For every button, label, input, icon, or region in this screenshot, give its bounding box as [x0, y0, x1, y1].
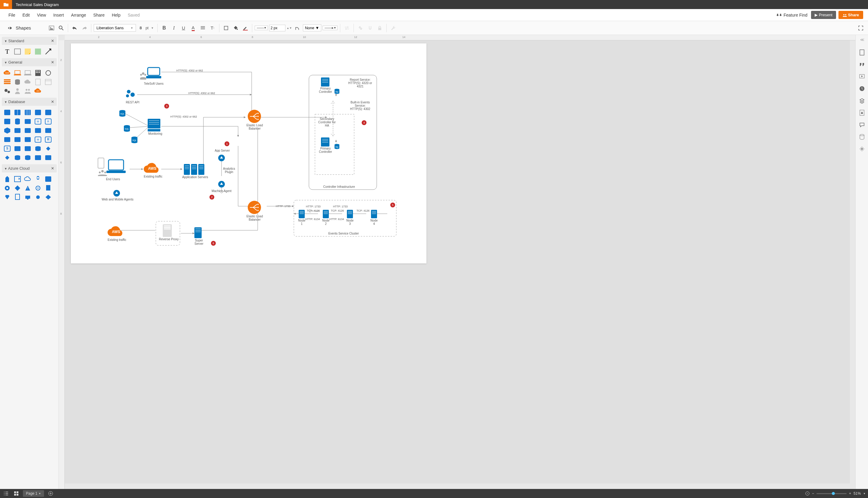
font-select[interactable]: Liberation Sans▼	[94, 24, 136, 32]
shape-db7[interactable]	[13, 118, 22, 125]
shape-az10[interactable]	[44, 184, 52, 192]
font-size-input[interactable]: 8	[137, 26, 144, 30]
menu-edit[interactable]: Edit	[19, 13, 34, 17]
bold-icon[interactable]: B	[160, 24, 169, 32]
shape-note-yellow[interactable]	[24, 48, 32, 55]
node-elb2[interactable]	[247, 200, 262, 216]
shape-db21[interactable]: S	[3, 145, 12, 152]
present-button[interactable]: ▶ Present	[811, 11, 836, 19]
rail-layers-icon[interactable]	[858, 97, 866, 104]
menu-view[interactable]: View	[34, 13, 50, 17]
shape-db12[interactable]	[13, 127, 22, 134]
shape-rect[interactable]	[13, 48, 22, 55]
node-n4[interactable]	[371, 210, 377, 220]
node-webmobile[interactable]	[113, 189, 120, 198]
rail-present-icon[interactable]	[858, 73, 866, 80]
wrench-icon[interactable]	[389, 24, 398, 32]
document-title[interactable]: Technical Sales Diagram	[12, 2, 59, 7]
feature-find[interactable]: Feature Find	[776, 13, 807, 17]
shape-laptop-gray[interactable]	[24, 69, 32, 77]
menu-share[interactable]: Share	[90, 13, 108, 17]
panel-database[interactable]: ▼ Database✕	[2, 98, 57, 106]
shape-laptop-orange[interactable]	[13, 69, 22, 77]
shape-db29[interactable]	[34, 154, 42, 161]
collapse-rail-icon[interactable]: <<	[860, 37, 863, 42]
text-scale-icon[interactable]: T⁝	[208, 24, 217, 32]
fill-shape-icon[interactable]	[222, 24, 230, 32]
app-icon[interactable]	[0, 0, 12, 9]
close-icon[interactable]: ✕	[51, 39, 54, 43]
fullscreen-icon[interactable]	[856, 24, 865, 32]
shape-doc[interactable]	[34, 78, 42, 86]
shape-db20[interactable]: R	[44, 136, 52, 143]
badge-1[interactable]: 1	[225, 141, 229, 146]
shape-az11[interactable]	[3, 194, 12, 201]
shape-db30[interactable]	[44, 154, 52, 161]
menu-help[interactable]: Help	[108, 13, 124, 17]
shape-db25[interactable]	[44, 145, 52, 152]
node-mysql-icon2[interactable]: My	[334, 144, 340, 150]
close-icon[interactable]: ✕	[51, 100, 54, 104]
shape-az13[interactable]	[24, 194, 32, 201]
page-tab[interactable]: Page 1 ▼	[23, 490, 44, 497]
shape-db24[interactable]	[34, 145, 42, 152]
node-appservers[interactable]	[184, 164, 205, 176]
badge-4[interactable]: 4	[362, 120, 366, 125]
close-icon[interactable]: ✕	[51, 166, 54, 171]
menu-insert[interactable]: Insert	[50, 13, 67, 17]
image-icon[interactable]	[47, 24, 56, 32]
node-primaryctrl[interactable]	[321, 78, 330, 88]
shape-db17[interactable]	[13, 136, 22, 143]
node-appserver-circle[interactable]	[218, 154, 225, 163]
node-primaryctrl2[interactable]	[321, 137, 330, 148]
canvas[interactable]: 2 4 6 8 10 12 14 2 4 6 8	[59, 35, 855, 489]
rail-droplet-icon[interactable]	[858, 109, 866, 116]
target-icon[interactable]	[805, 492, 810, 496]
shape-az15[interactable]	[44, 194, 52, 201]
rail-clock-icon[interactable]	[858, 85, 866, 92]
node-endusers[interactable]	[98, 158, 128, 177]
shape-cylinder[interactable]	[13, 78, 22, 86]
node-n1[interactable]	[299, 210, 305, 220]
shape-db3[interactable]	[24, 109, 32, 116]
shape-az8[interactable]: !	[24, 184, 32, 192]
badge-6[interactable]: 6	[211, 241, 216, 246]
node-restapi[interactable]	[125, 89, 137, 100]
node-reverseproxy[interactable]	[163, 224, 172, 238]
shape-text[interactable]: T	[3, 48, 12, 55]
panel-general[interactable]: ▼ General✕	[2, 58, 57, 66]
node-sql1[interactable]: SQL	[119, 110, 126, 118]
shape-az5[interactable]	[44, 175, 52, 183]
border-color-icon[interactable]	[241, 24, 250, 32]
shape-building[interactable]	[34, 69, 42, 77]
node-monitoring[interactable]	[148, 119, 160, 133]
line-width-input[interactable]	[269, 25, 285, 31]
undo-icon[interactable]	[70, 24, 79, 32]
rail-page-icon[interactable]	[858, 49, 866, 56]
node-sql2[interactable]: SQL	[123, 125, 130, 133]
shape-db15[interactable]	[44, 127, 52, 134]
shape-db14[interactable]	[34, 127, 42, 134]
shape-az12[interactable]	[13, 194, 22, 201]
shape-db8[interactable]	[24, 118, 32, 125]
shape-db5[interactable]	[44, 109, 52, 116]
outline-view-icon[interactable]	[2, 490, 10, 497]
panel-azure[interactable]: ▼ Azure Cloud✕	[2, 164, 57, 172]
lock-icon[interactable]	[375, 24, 384, 32]
search-icon[interactable]	[57, 24, 65, 32]
shape-az4[interactable]	[34, 175, 42, 183]
shape-user[interactable]	[13, 88, 22, 95]
badge-2[interactable]: 2	[210, 195, 214, 199]
shape-db6[interactable]	[3, 118, 12, 125]
shape-az9[interactable]	[34, 184, 42, 192]
shape-az6[interactable]	[3, 184, 12, 192]
shape-az14[interactable]	[34, 194, 42, 201]
shape-gears[interactable]	[3, 88, 12, 95]
shape-calendar[interactable]	[44, 78, 52, 86]
shape-users[interactable]	[24, 88, 32, 95]
shape-note-green[interactable]	[34, 48, 42, 55]
badge-3[interactable]: 3	[164, 104, 169, 108]
zoom-slider[interactable]	[816, 493, 846, 494]
size-dropdown-icon[interactable]: ▼	[150, 27, 155, 29]
shape-db10[interactable]: R	[44, 118, 52, 125]
